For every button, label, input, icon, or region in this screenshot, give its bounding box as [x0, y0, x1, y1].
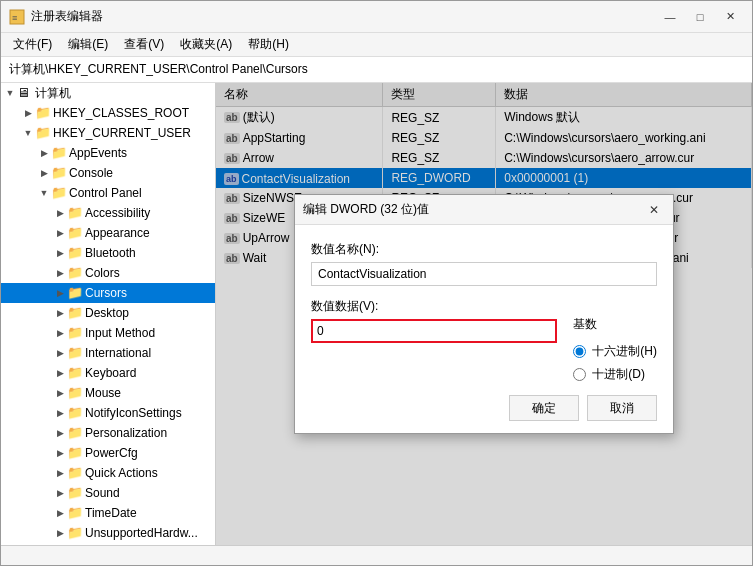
dialog-cancel-button[interactable]: 取消 [587, 395, 657, 421]
tree-label-computer: 计算机 [35, 85, 71, 102]
dialog-title: 编辑 DWORD (32 位)值 [303, 201, 429, 218]
tree-item-appevents[interactable]: ▶ 📁 AppEvents [1, 143, 215, 163]
folder-icon-colors: 📁 [67, 265, 83, 281]
breadcrumb-text: 计算机\HKEY_CURRENT_USER\Control Panel\Curs… [9, 61, 308, 78]
expand-icon-current-user: ▼ [21, 126, 35, 140]
tree-label-colors: Colors [85, 266, 120, 280]
expand-icon-inputmethod: ▶ [53, 326, 67, 340]
tree-label-appevents: AppEvents [69, 146, 127, 160]
tree-item-mouse[interactable]: ▶ 📁 Mouse [1, 383, 215, 403]
folder-icon-accessibility: 📁 [67, 205, 83, 221]
expand-icon-mouse: ▶ [53, 386, 67, 400]
tree-item-desktop[interactable]: ▶ 📁 Desktop [1, 303, 215, 323]
tree-label-mouse: Mouse [85, 386, 121, 400]
dialog-name-text: ContactVisualization [318, 267, 427, 281]
tree-item-keyboard[interactable]: ▶ 📁 Keyboard [1, 363, 215, 383]
tree-item-quickactions[interactable]: ▶ 📁 Quick Actions [1, 463, 215, 483]
tree-item-personalization[interactable]: ▶ 📁 Personalization [1, 423, 215, 443]
tree-label-powercfg: PowerCfg [85, 446, 138, 460]
dialog-overlay: 编辑 DWORD (32 位)值 ✕ 数值名称(N): ContactVisua… [216, 83, 752, 545]
radio-dec-input[interactable] [573, 368, 586, 381]
tree-item-colors[interactable]: ▶ 📁 Colors [1, 263, 215, 283]
tree-item-sound[interactable]: ▶ 📁 Sound [1, 483, 215, 503]
dialog-base-label: 基数 [573, 316, 657, 333]
tree-label-timedate: TimeDate [85, 506, 137, 520]
tree-item-appearance[interactable]: ▶ 📁 Appearance [1, 223, 215, 243]
radio-dec-label: 十进制(D) [592, 366, 645, 383]
tree-label-sound: Sound [85, 486, 120, 500]
tree-label-keyboard: Keyboard [85, 366, 136, 380]
tree-item-console[interactable]: ▶ 📁 Console [1, 163, 215, 183]
menu-view[interactable]: 查看(V) [116, 35, 172, 55]
right-panel: 名称 类型 数据 ab (默认) REG_SZ Windows 默认 ab Ap… [216, 83, 752, 545]
folder-icon-notify: 📁 [67, 405, 83, 421]
menu-edit[interactable]: 编辑(E) [60, 35, 116, 55]
radio-hex-input[interactable] [573, 345, 586, 358]
menu-favorites[interactable]: 收藏夹(A) [172, 35, 240, 55]
tree-item-inputmethod[interactable]: ▶ 📁 Input Method [1, 323, 215, 343]
dialog-buttons: 确定 取消 [311, 395, 657, 421]
tree-label-bluetooth: Bluetooth [85, 246, 136, 260]
tree-item-control-panel[interactable]: ▼ 📁 Control Panel [1, 183, 215, 203]
svg-text:≡: ≡ [12, 13, 17, 23]
folder-icon-appearance: 📁 [67, 225, 83, 241]
tree-item-accessibility[interactable]: ▶ 📁 Accessibility [1, 203, 215, 223]
tree-label-inputmethod: Input Method [85, 326, 155, 340]
expand-icon-control-panel: ▼ [37, 186, 51, 200]
expand-icon-unsupported: ▶ [53, 526, 67, 540]
tree-label-console: Console [69, 166, 113, 180]
menu-file[interactable]: 文件(F) [5, 35, 60, 55]
title-bar-left: ≡ 注册表编辑器 [9, 8, 103, 25]
radio-hex[interactable]: 十六进制(H) [573, 343, 657, 360]
tree-label-personalization: Personalization [85, 426, 167, 440]
tree-item-classes-root[interactable]: ▶ 📁 HKEY_CLASSES_ROOT [1, 103, 215, 123]
tree-panel: ▼ 🖥 计算机 ▶ 📁 HKEY_CLASSES_ROOT ▼ 📁 HKEY_C… [1, 83, 216, 545]
tree-label-appearance: Appearance [85, 226, 150, 240]
folder-icon-classes: 📁 [35, 105, 51, 121]
tree-label-cursors: Cursors [85, 286, 127, 300]
tree-label-accessibility: Accessibility [85, 206, 150, 220]
dialog-close-button[interactable]: ✕ [643, 200, 665, 220]
close-button[interactable]: ✕ [716, 7, 744, 27]
tree-item-cursors[interactable]: ▶ 📁 Cursors [1, 283, 215, 303]
folder-icon-console: 📁 [51, 165, 67, 181]
dialog-name-value: ContactVisualization [311, 262, 657, 286]
tree-item-international[interactable]: ▶ 📁 International [1, 343, 215, 363]
tree-item-powercfg[interactable]: ▶ 📁 PowerCfg [1, 443, 215, 463]
folder-icon-quickactions: 📁 [67, 465, 83, 481]
expand-icon-personalization: ▶ [53, 426, 67, 440]
dialog-ok-button[interactable]: 确定 [509, 395, 579, 421]
radio-dec[interactable]: 十进制(D) [573, 366, 657, 383]
title-controls: — □ ✕ [656, 7, 744, 27]
folder-icon-international: 📁 [67, 345, 83, 361]
expand-icon-powercfg: ▶ [53, 446, 67, 460]
tree-label-classes-root: HKEY_CLASSES_ROOT [53, 106, 189, 120]
expand-icon-international: ▶ [53, 346, 67, 360]
tree-item-notifyiconsettings[interactable]: ▶ 📁 NotifyIconSettings [1, 403, 215, 423]
tree-item-unsupportedhardw[interactable]: ▶ 📁 UnsupportedHardw... [1, 523, 215, 543]
maximize-button[interactable]: □ [686, 7, 714, 27]
menu-help[interactable]: 帮助(H) [240, 35, 297, 55]
dialog-data-input[interactable] [311, 319, 557, 343]
tree-label-notifyiconsettings: NotifyIconSettings [85, 406, 182, 420]
minimize-button[interactable]: — [656, 7, 684, 27]
title-bar: ≡ 注册表编辑器 — □ ✕ [1, 1, 752, 33]
folder-icon-unsupported: 📁 [67, 525, 83, 541]
tree-label-unsupportedhardw: UnsupportedHardw... [85, 526, 198, 540]
tree-item-timedate[interactable]: ▶ 📁 TimeDate [1, 503, 215, 523]
expand-icon-appevents: ▶ [37, 146, 51, 160]
expand-icon-timedate: ▶ [53, 506, 67, 520]
radio-hex-label: 十六进制(H) [592, 343, 657, 360]
tree-label-desktop: Desktop [85, 306, 129, 320]
expand-icon-quickactions: ▶ [53, 466, 67, 480]
tree-item-bluetooth[interactable]: ▶ 📁 Bluetooth [1, 243, 215, 263]
folder-icon-powercfg: 📁 [67, 445, 83, 461]
window-title: 注册表编辑器 [31, 8, 103, 25]
expand-icon-desktop: ▶ [53, 306, 67, 320]
dialog-title-bar: 编辑 DWORD (32 位)值 ✕ [295, 195, 673, 225]
folder-icon-timedate: 📁 [67, 505, 83, 521]
expand-icon-classes: ▶ [21, 106, 35, 120]
tree-item-current-user[interactable]: ▼ 📁 HKEY_CURRENT_USER [1, 123, 215, 143]
dialog-name-label: 数值名称(N): [311, 241, 657, 258]
tree-item-computer[interactable]: ▼ 🖥 计算机 [1, 83, 215, 103]
